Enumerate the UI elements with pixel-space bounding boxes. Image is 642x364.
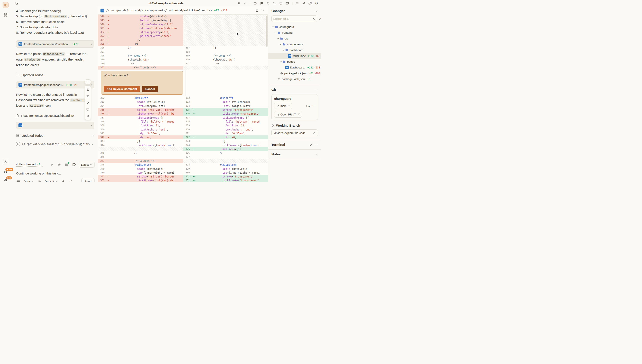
diff-line[interactable]: 329 scale={dateScale} <box>183 167 268 171</box>
pause-button[interactable] <box>237 1 241 6</box>
quill-icon[interactable] <box>16 180 19 182</box>
diff-line[interactable]: 342− dx: -4, <box>98 136 183 139</box>
open-pr-button[interactable]: Open PR #7 <box>274 111 302 118</box>
tree-folder-churnguard[interactable]: churnguard <box>268 24 321 30</box>
updated-todos-row[interactable]: Updated Todos <box>16 134 94 137</box>
terminal-command-row[interactable]: cd /private/var/folders/10/h7w0q46556ggr… <box>16 142 94 146</box>
diff-line[interactable] <box>183 38 268 42</box>
diff-line[interactable]: 347− {/* X Axis */} <box>98 159 183 163</box>
tree-folder-components[interactable]: components <box>268 42 321 47</box>
toggle-right-panel-button[interactable] <box>285 1 290 6</box>
compact-context-button[interactable] <box>57 162 62 167</box>
diff-line[interactable]: 327 <box>98 50 183 54</box>
toggle-diff-button[interactable] <box>266 1 270 6</box>
diff-line[interactable]: 350 top={innerHeight + margi <box>98 171 183 175</box>
run-button[interactable] <box>86 101 90 104</box>
diff-line[interactable]: 328 {/* Axes */} <box>98 54 183 58</box>
diff-line[interactable] <box>183 34 268 38</box>
edit-note-button[interactable] <box>86 88 90 91</box>
settings-button[interactable]: ⚙ <box>314 1 319 6</box>
diff-line[interactable]: 332 <AxisLeft <box>98 96 183 100</box>
tree-file-package-lock-json[interactable]: package-lock.json+6 <box>268 76 321 82</box>
diff-line[interactable]: 345 /> <box>98 151 183 155</box>
diff-line[interactable]: 318 fill: 'hsl(var(--muted <box>183 120 268 124</box>
commits-ahead-badge[interactable]: 1 <box>305 104 310 107</box>
tree-folder-dashboard[interactable]: dashboard <box>268 47 321 53</box>
diff-line[interactable]: 323− pointerEvents="none" <box>98 34 183 38</box>
copy-button[interactable] <box>86 94 90 98</box>
diff-line[interactable]: 332+ tickStroke="transparent" <box>183 178 268 182</box>
read-file-row[interactable]: Read frontend/src/pages/Dashboard.tsx <box>16 114 94 118</box>
review-comment-input[interactable]: Why this change ? <box>104 74 181 77</box>
collapse-all-icon[interactable] <box>312 18 315 20</box>
diff-line[interactable]: 316+ tickStroke="transparent" <box>183 112 268 116</box>
diff-line[interactable]: 308 <box>183 50 268 54</box>
tree-file-dashboard-tsx[interactable]: TSDashboard.tsx+131-233 <box>268 64 321 70</box>
search-files-input[interactable] <box>273 17 311 20</box>
diff-scrollbar[interactable] <box>266 16 268 47</box>
compare-button[interactable] <box>86 114 90 118</box>
diff-line[interactable]: 318− scale={dateScale} <box>98 14 183 18</box>
diff-line[interactable]: 315+ stroke="transparent" <box>183 108 268 112</box>
toggle-chat-button[interactable] <box>259 1 264 6</box>
branch-selector[interactable]: main <box>274 103 292 109</box>
diff-line[interactable]: 327 <box>183 155 268 159</box>
prompt-input[interactable]: Continue working on this task... <box>16 172 95 175</box>
scroll-to-top-button[interactable] <box>50 162 54 167</box>
fast-forward-button[interactable] <box>37 179 42 182</box>
diff-line[interactable] <box>183 18 268 22</box>
diff-line[interactable]: 309 {/* Axes */} <box>183 54 268 58</box>
diff-line[interactable]: 329 {showAxis && ( <box>98 58 183 62</box>
send-button[interactable]: Send <box>81 178 95 182</box>
diff-line[interactable] <box>183 159 268 163</box>
toggle-terminal-button[interactable] <box>272 1 277 6</box>
diff-line[interactable]: 338 fill: 'hsl(var(--muted <box>98 120 183 124</box>
diff-line[interactable]: 330 <> <box>98 62 183 66</box>
diff-line[interactable] <box>183 26 268 30</box>
git-section-header[interactable]: Git <box>271 88 318 92</box>
diff-line[interactable]: 351− stroke="hsl(var(--border <box>98 175 183 178</box>
diff-line[interactable]: 322− strokeOpacity={0.2} <box>98 30 183 34</box>
diff-line[interactable]: 310 {showAxis && ( <box>183 58 268 62</box>
diff-line[interactable]: 331− {/* Y Axis */} <box>98 66 183 70</box>
diff-line[interactable]: 337 tickLabelProps={{ <box>98 116 183 120</box>
pencil-icon[interactable] <box>313 132 316 134</box>
diff-line[interactable]: 334 left={margin.left} <box>98 104 183 108</box>
tree-file-package-lock-json[interactable]: package-lock.json+61-104 <box>268 70 321 76</box>
diff-line[interactable]: 325− </> <box>98 42 183 46</box>
diff-line[interactable] <box>183 42 268 46</box>
diff-line[interactable]: 307 )} <box>183 46 268 50</box>
preview-button[interactable] <box>86 108 90 111</box>
diff-line[interactable]: 320 textAnchor: 'end', <box>183 128 268 132</box>
account-button[interactable] <box>3 159 8 164</box>
changes-section-header[interactable]: Changes <box>271 9 318 13</box>
diff-line[interactable]: 324 tickFormat={(value) => f <box>183 143 268 147</box>
file-edit-chip[interactable]: TS frontend/src/pages/Dashboar... +130 -… <box>16 81 94 88</box>
diff-line[interactable] <box>183 66 268 70</box>
chevron-down-icon[interactable] <box>91 134 94 137</box>
diff-line[interactable]: 348 <AxisBottom <box>98 163 183 167</box>
discord-link[interactable]: 346 <box>4 179 7 182</box>
diff-line[interactable]: 322+ dx: -8, <box>183 136 268 139</box>
diff-line[interactable] <box>98 147 183 151</box>
files-changed-summary[interactable]: 4 files changed +3... <box>16 163 43 166</box>
diff-line[interactable]: 321 dy: '0.33em', <box>183 132 268 136</box>
chevron-down-icon[interactable] <box>315 153 318 156</box>
diff-line[interactable]: 312 <AxisLeft <box>183 96 268 100</box>
terminal-section-header[interactable]: Terminal <box>271 143 318 146</box>
tree-folder-frontend[interactable]: frontend <box>268 30 321 36</box>
diff-line[interactable]: 326 )} <box>98 46 183 50</box>
diff-line[interactable]: 317 tickLabelProps={{ <box>183 116 268 120</box>
diff-line[interactable]: 314 left={margin.left} <box>183 104 268 108</box>
toggle-left-panel-button[interactable] <box>253 1 257 6</box>
cancel-review-button[interactable]: Cancel <box>142 86 158 92</box>
updated-todos-row[interactable]: Updated Todos <box>16 73 94 77</box>
file-edit-chip[interactable]: TS frontend/src/components/dashboa... +4… <box>16 40 94 48</box>
diff-line[interactable]: 328 <AxisBottom <box>183 163 268 167</box>
toggle-preview-button[interactable] <box>279 1 283 6</box>
attach-file-button[interactable] <box>61 179 65 182</box>
diff-line[interactable]: 339 fontSize: 11, <box>98 124 183 128</box>
diff-line[interactable]: 321− stroke="hsl(var(--border <box>98 26 183 30</box>
diff-line[interactable]: 333 scale={valueScale} <box>98 100 183 104</box>
diff-line[interactable]: 352− tickStroke="hsl(var(--bo <box>98 178 183 182</box>
